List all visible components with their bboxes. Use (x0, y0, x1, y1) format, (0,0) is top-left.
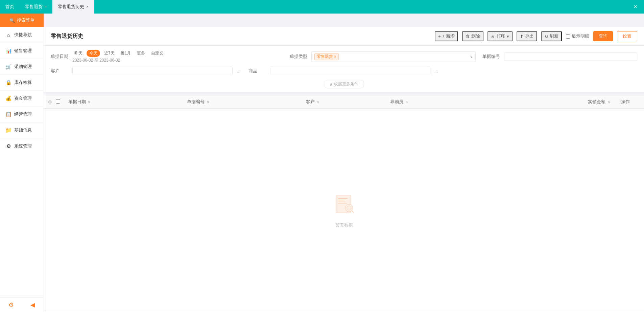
selected-type-text: 零售退货 (317, 54, 333, 60)
goods-filter-label: 商品 (248, 68, 267, 74)
goods-input[interactable] (270, 67, 430, 75)
date-btn-yesterday[interactable]: 昨天 (72, 50, 85, 57)
plus-icon: + (438, 34, 441, 39)
setting-button-label: 设置 (623, 34, 631, 39)
show-detail-label: 显示明细 (572, 33, 589, 39)
date-buttons: 昨天 今天 近7天 近1月 更多 自定义 (72, 50, 165, 57)
sidebar-nav: ⌂ 快捷导航 📊 销售管理 🛒 采购管理 🔒 库存核算 💰 资金管理 📋 经营管… (0, 27, 44, 297)
collapse-button[interactable]: ∧ 收起更多条件 (324, 80, 364, 88)
table-th-amount: 实销金额 ⇅ (487, 95, 617, 109)
table-th-voucher: 单据编号 ⇅ (183, 95, 302, 109)
table-header: ⚙ 单据日期 ⇅ 单据编号 ⇅ 客户 (44, 95, 644, 109)
sidebar-item-finance-label: 资金管理 (14, 95, 32, 102)
sidebar-item-system-mgmt[interactable]: ⚙ 系统管理 (0, 138, 44, 154)
sidebar-bottom: ⚙ ◀ (0, 297, 44, 312)
filter-item-type: 单据类型 零售退货 × ∨ (290, 51, 476, 62)
type-select-arrow: ∨ (470, 54, 473, 59)
type-filter-label: 单据类型 (290, 53, 309, 60)
delete-button[interactable]: 🗑 删除 (462, 31, 483, 41)
tab-home-label: 首页 (5, 4, 14, 10)
tab-retail-return-close[interactable]: × (45, 4, 47, 9)
page-title: 零售退货历史 (51, 33, 83, 40)
data-table: ⚙ 单据日期 ⇅ 单据编号 ⇅ 客户 (44, 95, 644, 109)
amount-sort-icon[interactable]: ⇅ (607, 100, 610, 104)
sidebar-item-purchase-mgmt[interactable]: 🛒 采购管理 (0, 59, 44, 75)
tab-retail-return-history-label: 零售退货历史 (58, 4, 84, 10)
sidebar-item-operations-label: 经营管理 (14, 111, 32, 117)
filter-row-2: 客户 ... 商品 ... (51, 67, 637, 75)
operations-icon: 📋 (5, 111, 11, 117)
empty-state: 暂无数据 (44, 109, 644, 311)
customer-input[interactable] (72, 67, 233, 75)
sidebar-item-operations-mgmt[interactable]: 📋 经营管理 (0, 107, 44, 122)
page-header: 零售退货历史 + + 新增 🗑 删除 🖨 打印 ▾ ⬆ 导出 ↻ 刷新 (44, 27, 644, 46)
sidebar-item-sales-label: 销售管理 (14, 48, 32, 54)
setting-button[interactable]: 设置 (617, 31, 637, 41)
new-button[interactable]: + + 新增 (435, 31, 458, 41)
gear-icon[interactable]: ⚙ (48, 99, 52, 105)
collapse-sidebar-icon[interactable]: ◀ (30, 301, 35, 309)
svg-rect-2 (338, 201, 345, 201)
sidebar-search-label: 搜索菜单 (17, 17, 34, 23)
tab-bar: 首页 零售退货 × 零售退货历史 × (0, 0, 634, 14)
divider (44, 93, 644, 95)
date-btn-more[interactable]: 更多 (135, 50, 147, 57)
query-button[interactable]: 查询 (593, 31, 613, 41)
inventory-icon: 🔒 (5, 80, 11, 86)
date-btn-today[interactable]: 今天 (87, 50, 100, 57)
sidebar-item-sales-mgmt[interactable]: 📊 销售管理 (0, 43, 44, 59)
export-button[interactable]: ⬆ 导出 (517, 31, 537, 41)
voucher-input[interactable] (504, 52, 637, 61)
date-filter-label: 单据日期 (51, 53, 70, 60)
date-btn-7days[interactable]: 近7天 (102, 50, 117, 57)
voucher-sort-icon[interactable]: ⇅ (207, 100, 209, 104)
main-content: 零售退货历史 + + 新增 🗑 删除 🖨 打印 ▾ ⬆ 导出 ↻ 刷新 (44, 27, 644, 312)
header-actions: + + 新增 🗑 删除 🖨 打印 ▾ ⬆ 导出 ↻ 刷新 显示 (435, 31, 637, 41)
delete-icon: 🗑 (466, 34, 470, 39)
sidebar-search[interactable]: 🔍 搜索菜单 (0, 14, 44, 27)
show-detail-checkbox-label[interactable]: 显示明细 (566, 33, 589, 39)
customer-filter-label: 客户 (51, 68, 70, 74)
filter-item-customer: 客户 ... (51, 67, 242, 75)
empty-text: 暂无数据 (335, 222, 353, 228)
customer-sort-icon[interactable]: ⇅ (316, 100, 319, 104)
basic-info-icon: 📁 (5, 127, 11, 133)
filter-item-voucher: 单据编号 (482, 52, 637, 61)
show-detail-checkbox[interactable] (566, 34, 570, 39)
sidebar-item-quick-nav[interactable]: ⌂ 快捷导航 (0, 27, 44, 43)
select-all-checkbox[interactable] (56, 99, 60, 104)
tab-home[interactable]: 首页 (0, 0, 20, 14)
type-select[interactable]: 零售退货 × ∨ (311, 51, 476, 62)
tab-retail-return-history-close[interactable]: × (86, 4, 89, 9)
tab-retail-return-label: 零售退货 (25, 4, 43, 10)
table-th-actions: 操作 (617, 95, 644, 109)
sidebar-item-inventory[interactable]: 🔒 库存核算 (0, 75, 44, 91)
sidebar-item-basic-info[interactable]: 📁 基础信息 (0, 122, 44, 138)
tab-retail-return[interactable]: 零售退货 × (20, 0, 52, 14)
filter-row-1: 单据日期 昨天 今天 近7天 近1月 更多 自定义 2023-06-02 至 2… (51, 50, 637, 63)
purchase-icon: 🛒 (5, 64, 11, 70)
table-th-date: 单据日期 ⇅ (64, 95, 183, 109)
goods-ellipsis-btn[interactable]: ... (433, 67, 439, 75)
sidebar-item-finance-mgmt[interactable]: 💰 资金管理 (0, 91, 44, 107)
date-btn-custom[interactable]: 自定义 (149, 50, 165, 57)
settings-bottom-icon[interactable]: ⚙ (8, 301, 14, 309)
customer-ellipsis-btn[interactable]: ... (235, 67, 242, 75)
filter-item-date: 单据日期 昨天 今天 近7天 近1月 更多 自定义 2023-06-02 至 2… (51, 50, 283, 63)
guide-sort-icon[interactable]: ⇅ (405, 100, 408, 104)
table-th-guide: 导购员 ⇅ (386, 95, 487, 109)
type-tag-close[interactable]: × (334, 54, 336, 59)
top-bar-close[interactable]: × (634, 3, 644, 10)
tab-retail-return-history[interactable]: 零售退货历史 × (52, 0, 94, 14)
sidebar-item-purchase-label: 采购管理 (14, 64, 32, 70)
sidebar-item-basic-info-label: 基础信息 (14, 127, 32, 133)
query-button-label: 查询 (599, 34, 607, 39)
date-btn-1month[interactable]: 近1月 (119, 50, 133, 57)
finance-icon: 💰 (5, 95, 11, 102)
quick-nav-icon: ⌂ (5, 32, 11, 38)
filter-item-goods: 商品 ... (248, 67, 439, 75)
refresh-button[interactable]: ↻ 刷新 (541, 31, 562, 41)
print-button[interactable]: 🖨 打印 ▾ (487, 31, 512, 41)
selected-type-tag: 零售退货 × (314, 53, 338, 60)
date-sort-icon[interactable]: ⇅ (88, 100, 90, 104)
